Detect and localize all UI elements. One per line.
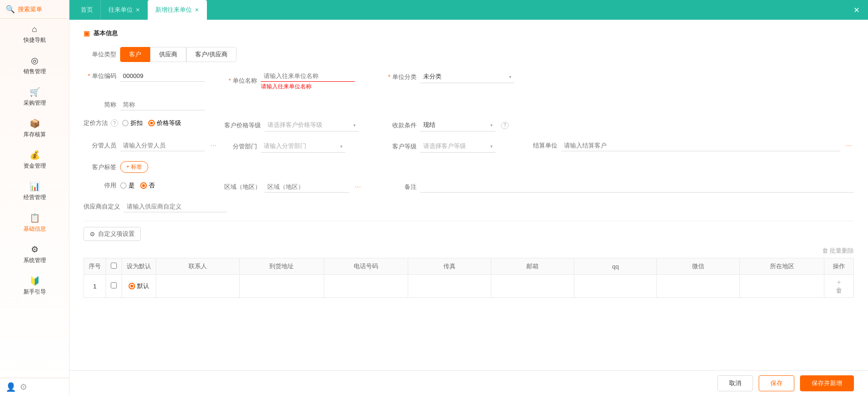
radio-no-label: 否 xyxy=(149,181,155,190)
sidebar-item-system[interactable]: ⚙ 系统管理 xyxy=(0,239,69,270)
region-input[interactable] xyxy=(265,181,349,193)
row-checkbox-input[interactable] xyxy=(111,282,117,288)
sidebar-item-quick-nav[interactable]: ⌂ 快捷导航 xyxy=(0,19,69,50)
close-add-partner-icon[interactable]: ✕ xyxy=(195,7,199,13)
btn-both[interactable]: 客户/供应商 xyxy=(186,47,236,62)
sidebar-item-purchase[interactable]: 🛒 采购管理 xyxy=(0,81,69,113)
customer-level-select[interactable]: 请选择客户等级 ▾ xyxy=(420,140,495,153)
contact-input[interactable] xyxy=(161,283,235,290)
tab-home-label: 首页 xyxy=(81,6,93,14)
qq-input[interactable] xyxy=(579,283,652,290)
row-phone[interactable] xyxy=(324,275,408,298)
payment-help-icon[interactable]: ? xyxy=(501,122,509,129)
unit-name-field: 单位名称 请输入往来单位名称 xyxy=(224,70,384,91)
unit-type-row: 单位类型 客户 供应商 客户/供应商 xyxy=(84,47,854,62)
pricing-help-icon[interactable]: ? xyxy=(111,119,118,127)
pricing-method-field: 定价方法 ? 折扣 价格等级 xyxy=(84,119,224,127)
btn-customer[interactable]: 客户 xyxy=(120,47,150,62)
manager-label: 分管人员 xyxy=(84,141,116,150)
payment-terms-select[interactable]: 现结 ▾ xyxy=(420,119,495,132)
fax-input[interactable] xyxy=(413,283,486,290)
note-input[interactable] xyxy=(420,181,854,193)
unit-name-label: 单位名称 xyxy=(224,77,257,85)
row-qq[interactable] xyxy=(574,275,657,298)
batch-delete-icon: 🗑 xyxy=(822,247,828,254)
row-fax[interactable] xyxy=(408,275,491,298)
email-input[interactable] xyxy=(496,283,569,290)
radio-no[interactable]: 否 xyxy=(140,181,155,190)
manager-field: 分管人员 ··· xyxy=(84,140,224,151)
row-default-radio[interactable] xyxy=(129,283,135,289)
short-name-label: 简称 xyxy=(84,101,116,109)
settlement-unit-input[interactable] xyxy=(561,140,840,151)
row-contact[interactable] xyxy=(156,275,240,298)
row-wechat[interactable] xyxy=(657,275,740,298)
sidebar-search[interactable]: 🔍 搜索菜单 xyxy=(0,0,69,19)
disabled-field: 停用 是 否 xyxy=(84,181,224,190)
tab-partner-list[interactable]: 往来单位 ✕ xyxy=(101,0,148,20)
col-index: 序号 xyxy=(84,258,106,275)
unit-category-select[interactable]: 未分类 ▾ xyxy=(420,70,514,83)
customer-price-level-select[interactable]: 请选择客户价格等级 ▾ xyxy=(265,119,358,132)
unit-code-input[interactable] xyxy=(120,70,205,82)
add-row-icon[interactable]: ＋ xyxy=(834,278,844,286)
tab-add-partner[interactable]: 新增往来单位 ✕ xyxy=(148,0,207,20)
phone-input[interactable] xyxy=(329,283,403,290)
manager-more-icon[interactable]: ··· xyxy=(208,141,218,150)
col-default: 设为默认 xyxy=(122,258,156,275)
short-name-input[interactable] xyxy=(120,99,205,110)
close-partner-list-icon[interactable]: ✕ xyxy=(136,7,140,13)
row-default-label: 默认 xyxy=(137,282,149,290)
address-input[interactable] xyxy=(244,283,319,290)
department-select[interactable]: 请输入分管部门 ▾ xyxy=(261,140,345,153)
short-name-field: 简称 xyxy=(84,99,224,110)
sidebar-item-finance[interactable]: 💰 资金管理 xyxy=(0,144,69,176)
search-icon: 🔍 xyxy=(6,5,15,14)
row-region[interactable] xyxy=(740,275,824,298)
add-tag-button[interactable]: + 标签 xyxy=(120,161,148,173)
unit-name-input[interactable] xyxy=(261,70,355,82)
manager-input[interactable] xyxy=(120,140,205,151)
sidebar-item-basic[interactable]: 📋 基础信息 xyxy=(0,207,69,239)
row-default[interactable]: 默认 xyxy=(122,275,156,298)
tags-field: 客户标签 + 标签 xyxy=(84,161,854,173)
row-address[interactable] xyxy=(240,275,324,298)
btn-supplier[interactable]: 供应商 xyxy=(150,47,186,62)
row-index: 1 xyxy=(84,275,106,298)
wechat-input[interactable] xyxy=(662,283,735,290)
radio-price-level[interactable]: 价格等级 xyxy=(148,119,181,127)
settlement-more-icon[interactable]: ··· xyxy=(844,141,854,150)
radio-yes[interactable]: 是 xyxy=(120,181,135,190)
save-and-new-button[interactable]: 保存并新增 xyxy=(800,375,854,391)
tab-home[interactable]: 首页 xyxy=(73,0,101,20)
disabled-row: 停用 是 否 区域（地区） ··· 备注 xyxy=(84,181,854,193)
select-all-checkbox[interactable] xyxy=(111,263,117,269)
section-title: ▣ 基本信息 xyxy=(84,29,854,38)
cancel-button[interactable]: 取消 xyxy=(717,375,753,391)
disabled-radio-group: 是 否 xyxy=(120,181,155,190)
sidebar-item-operations[interactable]: 📊 经营管理 xyxy=(0,176,69,207)
unit-info-row: 单位编码 单位名称 请输入往来单位名称 单位分类 未分类 ▾ xyxy=(84,70,854,91)
user-icon[interactable]: 👤 xyxy=(6,382,16,392)
col-contact: 联系人 xyxy=(156,258,240,275)
sidebar-item-guide[interactable]: 🔰 新手引导 xyxy=(0,270,69,302)
supplier-custom-input[interactable] xyxy=(124,201,227,212)
sidebar-item-inventory[interactable]: 📦 库存核算 xyxy=(0,113,69,144)
customer-price-level-placeholder: 请选择客户价格等级 xyxy=(267,121,351,129)
row-checkbox[interactable] xyxy=(106,275,122,298)
region-more-icon[interactable]: ··· xyxy=(353,183,363,191)
row-email[interactable] xyxy=(491,275,574,298)
radio-discount[interactable]: 折扣 xyxy=(122,119,143,127)
batch-delete-label[interactable]: 批量删除 xyxy=(830,247,854,254)
row-region-input[interactable] xyxy=(745,283,819,290)
col-address: 到货地址 xyxy=(240,258,324,275)
batch-delete-area: 🗑 批量删除 xyxy=(84,247,854,255)
settings-gear-icon: ⚙ xyxy=(90,231,95,238)
settings-icon[interactable]: ⚙ xyxy=(20,382,27,392)
sidebar-item-sales[interactable]: ◎ 销售管理 xyxy=(0,50,69,81)
custom-settings-button[interactable]: ⚙ 自定义项设置 xyxy=(84,227,141,241)
delete-row-icon[interactable]: 🗑 xyxy=(834,287,844,294)
save-button[interactable]: 保存 xyxy=(759,375,794,391)
global-close-button[interactable]: ✕ xyxy=(849,6,864,15)
sidebar-item-label: 采购管理 xyxy=(23,99,46,107)
